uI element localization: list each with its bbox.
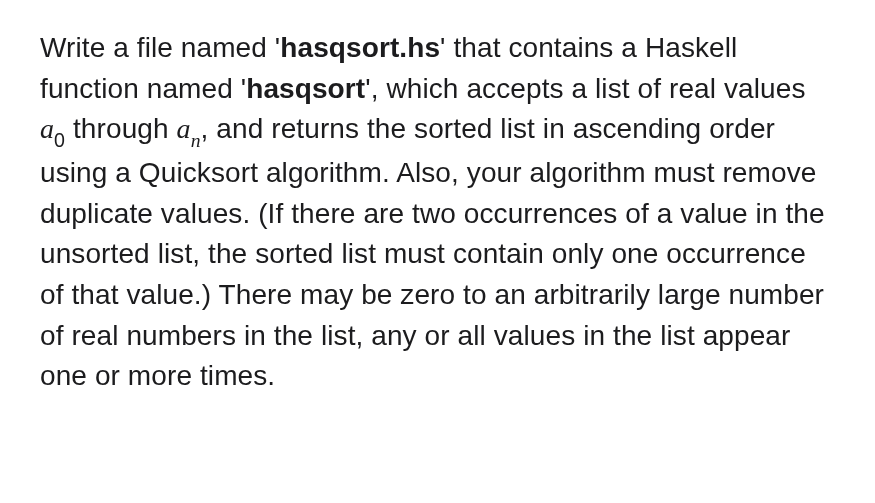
math-variable-a: a — [40, 113, 54, 144]
math-variable-a: a — [177, 113, 191, 144]
math-subscript-zero: 0 — [54, 129, 65, 151]
math-subscript-n: n — [191, 130, 201, 151]
text-segment: and returns the sorted list in ascending… — [40, 113, 825, 391]
text-segment: ', which accepts a list of real values — [365, 73, 805, 104]
text-segment: through — [65, 113, 176, 144]
text-segment: Write a file named ' — [40, 32, 280, 63]
problem-statement: Write a file named 'hasqsort.hs' that co… — [40, 28, 835, 397]
function-name-bold: hasqsort — [246, 73, 365, 104]
filename-bold: hasqsort.hs — [280, 32, 440, 63]
